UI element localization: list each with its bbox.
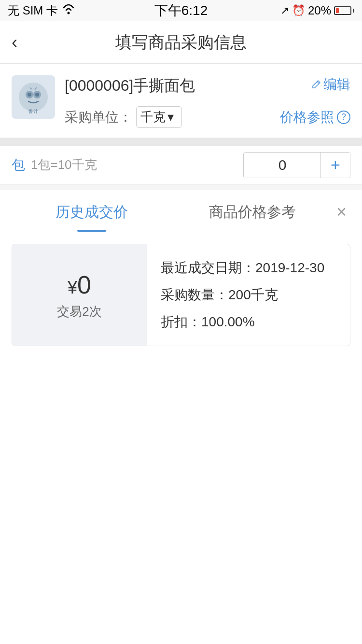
currency-symbol: ¥	[68, 278, 77, 297]
section-divider	[0, 138, 362, 146]
svg-point-4	[28, 93, 31, 97]
unit-detail: 1包=10千克	[31, 156, 97, 173]
tab-content: ¥0 交易2次 最近成交日期：2019-12-30 采购数量：200千克 折扣：…	[0, 232, 362, 358]
recent-date-row: 最近成交日期：2019-12-30	[161, 258, 336, 278]
location-icon: ↗	[280, 4, 289, 17]
product-section: 鲁计 [0000006]手撕面包 编辑 采购单位： 千克 ▾	[0, 64, 362, 138]
history-card: ¥0 交易2次 最近成交日期：2019-12-30 采购数量：200千克 折扣：…	[12, 244, 350, 346]
status-bar: 无 SIM 卡 下午6:12 ↗ ⏰ 20%	[0, 0, 362, 21]
no-sim-text: 无 SIM 卡	[8, 3, 58, 18]
status-left: 无 SIM 卡	[8, 3, 75, 18]
page-header: ‹ 填写商品采购信息	[0, 21, 362, 64]
product-info: [0000006]手撕面包 编辑 采购单位： 千克 ▾ 价格参照 ?	[65, 75, 350, 128]
quantity-input[interactable]	[244, 153, 321, 178]
discount-row: 折扣：100.00%	[161, 312, 336, 332]
trade-count: 交易2次	[57, 303, 101, 320]
svg-point-1	[19, 83, 48, 112]
product-name: [0000006]手撕面包	[65, 75, 195, 97]
back-button[interactable]: ‹	[12, 34, 17, 51]
product-logo: 鲁计	[12, 75, 55, 119]
svg-point-0	[68, 12, 70, 14]
price-ref-button[interactable]: 价格参照 ?	[280, 108, 350, 126]
purchase-qty-label: 采购数量：	[161, 287, 228, 302]
quantity-control: +	[243, 152, 350, 178]
unit-info: 包 1包=10千克	[12, 156, 97, 174]
discount-label: 折扣：	[161, 314, 201, 329]
status-time: 下午6:12	[154, 1, 208, 20]
unit-label: 采购单位： 千克 ▾	[65, 106, 182, 128]
unit-select[interactable]: 千克 ▾	[136, 106, 182, 128]
page-title: 填写商品采购信息	[115, 31, 247, 54]
tab-history-price[interactable]: 历史成交价	[12, 191, 172, 232]
status-right: ↗ ⏰ 20%	[280, 4, 354, 17]
info-icon: ?	[337, 111, 350, 124]
wifi-icon	[62, 4, 75, 17]
battery-pct: 20%	[308, 4, 331, 17]
tab-price-ref[interactable]: 商品价格参考	[172, 191, 332, 232]
purchase-qty-row: 采购数量：200千克	[161, 285, 336, 305]
tabs-section: 历史成交价 商品价格参考 × ¥0 交易2次 最近成交日期：2019-12-30…	[0, 190, 362, 358]
edit-button[interactable]: 编辑	[311, 75, 350, 94]
recent-date-value: 2019-12-30	[255, 260, 324, 275]
svg-text:鲁计: 鲁计	[28, 109, 38, 114]
tabs-header: 历史成交价 商品价格参考 ×	[0, 190, 362, 232]
discount-value: 100.00%	[201, 314, 255, 329]
tab-active-indicator	[77, 230, 106, 232]
bottom-space	[0, 358, 362, 644]
quantity-plus-button[interactable]: +	[321, 153, 350, 178]
card-price-summary: ¥0 交易2次	[12, 244, 147, 346]
battery-icon	[334, 6, 354, 15]
purchase-qty-value: 200千克	[228, 287, 278, 302]
close-button[interactable]: ×	[333, 190, 350, 232]
unit-char: 包	[12, 156, 25, 174]
recent-date-label: 最近成交日期：	[161, 260, 255, 275]
card-details: 最近成交日期：2019-12-30 采购数量：200千克 折扣：100.00%	[147, 244, 350, 346]
alarm-icon: ⏰	[292, 4, 305, 17]
quantity-section: 包 1包=10千克 +	[0, 146, 362, 184]
price-display: ¥0	[68, 270, 91, 299]
svg-point-5	[35, 93, 39, 97]
price-value: 0	[77, 271, 91, 299]
product-logo-icon: 鲁计	[16, 80, 50, 114]
edit-icon	[311, 79, 321, 90]
chevron-down-icon: ▾	[167, 110, 174, 125]
